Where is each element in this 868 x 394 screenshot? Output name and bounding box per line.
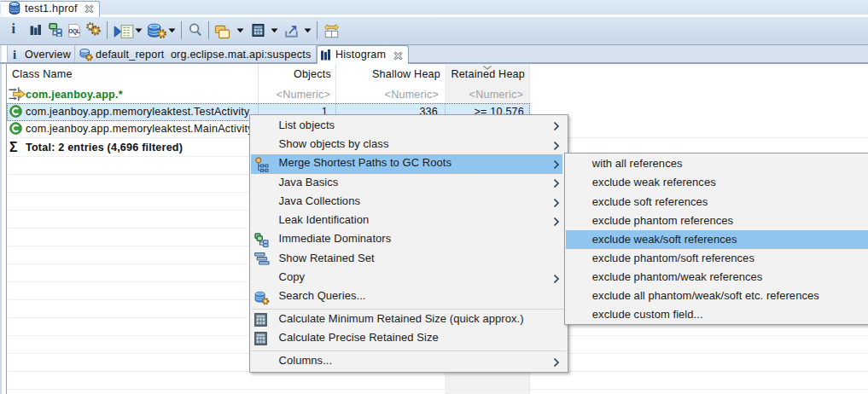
svg-text:OQL: OQL [68,28,79,35]
